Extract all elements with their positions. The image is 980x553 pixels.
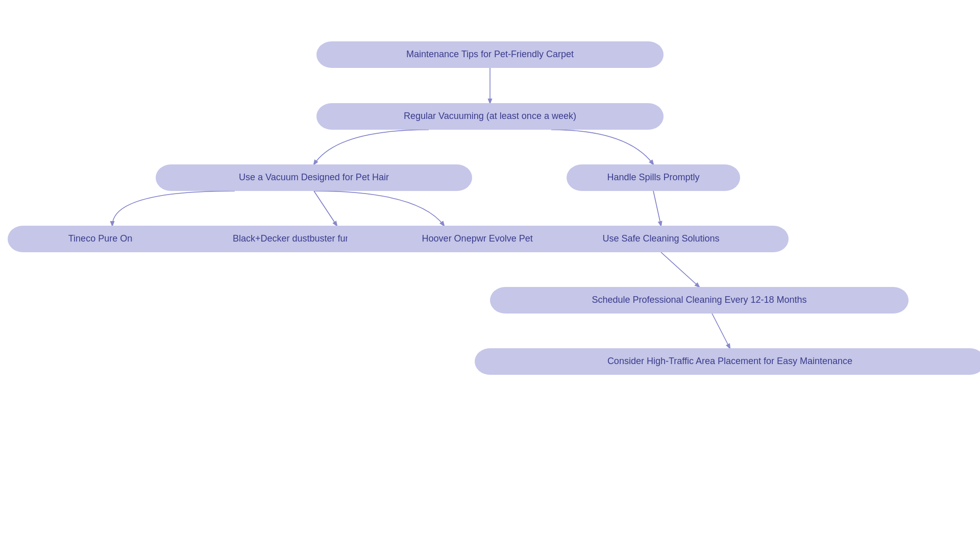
node-n7-label: Use Safe Cleaning Solutions — [602, 233, 719, 244]
edge-n7-n8 — [661, 252, 699, 287]
node-n3-label: Handle Spills Promptly — [607, 172, 699, 182]
edge-n1-n2 — [314, 130, 429, 164]
node-n2-label: Use a Vacuum Designed for Pet Hair — [239, 172, 389, 182]
edge-n1-n3 — [551, 130, 653, 164]
edge-n2-n5 — [314, 191, 337, 226]
node-n1-label: Regular Vacuuming (at least once a week) — [404, 111, 576, 121]
edge-n8-n9 — [712, 314, 730, 348]
edge-n2-n4 — [112, 191, 235, 226]
node-n8-label: Schedule Professional Cleaning Every 12-… — [592, 295, 806, 305]
edge-n3-n7 — [653, 191, 661, 226]
node-root-label: Maintenance Tips for Pet-Friendly Carpet — [406, 49, 574, 59]
node-n9-label: Consider High-Traffic Area Placement for… — [607, 356, 852, 366]
